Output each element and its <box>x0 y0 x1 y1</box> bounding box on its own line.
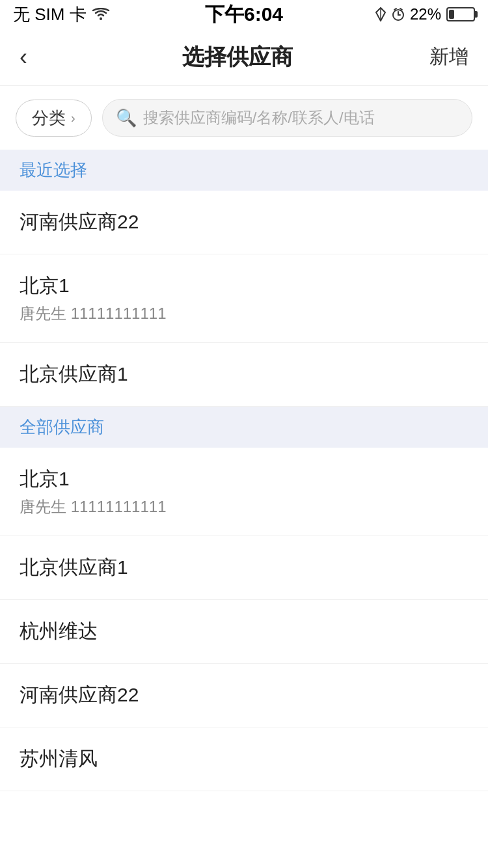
page-title: 选择供应商 <box>182 42 293 72</box>
search-icon: 🔍 <box>116 108 137 128</box>
item-name: 河南供应商22 <box>20 682 468 709</box>
item-name: 苏州清风 <box>20 746 468 772</box>
list-item[interactable]: 河南供应商22 <box>0 191 488 254</box>
filter-row: 分类 › 🔍 搜索供应商编码/名称/联系人/电话 <box>0 86 488 150</box>
item-subtitle: 唐先生 11111111111 <box>20 496 468 517</box>
back-button[interactable]: ‹ <box>20 44 59 71</box>
alarm-icon <box>392 7 405 21</box>
list-item[interactable]: 北京1 唐先生 11111111111 <box>0 254 488 343</box>
list-item[interactable]: 北京供应商1 <box>0 343 488 407</box>
list-item[interactable]: 河南供应商22 <box>0 664 488 727</box>
recent-section-label: 最近选择 <box>20 160 87 180</box>
search-placeholder: 搜索供应商编码/名称/联系人/电话 <box>143 107 375 128</box>
add-button[interactable]: 新增 <box>416 44 468 70</box>
item-name: 北京供应商1 <box>20 361 468 388</box>
svg-point-0 <box>100 18 102 20</box>
item-name: 北京1 <box>20 273 468 299</box>
item-subtitle: 唐先生 11111111111 <box>20 303 468 324</box>
location-icon <box>375 7 386 21</box>
chevron-right-icon: › <box>71 111 75 126</box>
status-time: 下午6:04 <box>205 1 283 28</box>
item-name: 河南供应商22 <box>20 209 468 236</box>
item-name: 北京供应商1 <box>20 554 468 581</box>
nav-bar: ‹ 选择供应商 新增 <box>0 29 488 86</box>
category-button[interactable]: 分类 › <box>16 100 92 137</box>
status-left: 无 SIM 卡 <box>13 3 110 26</box>
list-item[interactable]: 北京1 唐先生 11111111111 <box>0 448 488 536</box>
status-bar: 无 SIM 卡 下午6:04 22% <box>0 0 488 29</box>
all-items-list: 北京1 唐先生 11111111111 北京供应商1 杭州维达 河南供应商22 … <box>0 448 488 791</box>
list-item[interactable]: 苏州清风 <box>0 727 488 791</box>
wifi-icon <box>92 8 110 21</box>
all-section-label: 全部供应商 <box>20 417 104 437</box>
list-item[interactable]: 杭州维达 <box>0 600 488 664</box>
battery-percent: 22% <box>410 5 441 23</box>
item-name: 杭州维达 <box>20 618 468 645</box>
list-item[interactable]: 北京供应商1 <box>0 536 488 600</box>
all-section-header: 全部供应商 <box>0 407 488 448</box>
no-sim-text: 无 SIM 卡 <box>13 3 87 26</box>
item-name: 北京1 <box>20 466 468 493</box>
recent-items-list: 河南供应商22 北京1 唐先生 11111111111 北京供应商1 <box>0 191 488 407</box>
category-label: 分类 <box>32 107 66 129</box>
recent-section-header: 最近选择 <box>0 150 488 191</box>
battery-indicator <box>446 7 475 21</box>
status-right: 22% <box>375 5 475 23</box>
search-box[interactable]: 🔍 搜索供应商编码/名称/联系人/电话 <box>102 99 472 137</box>
